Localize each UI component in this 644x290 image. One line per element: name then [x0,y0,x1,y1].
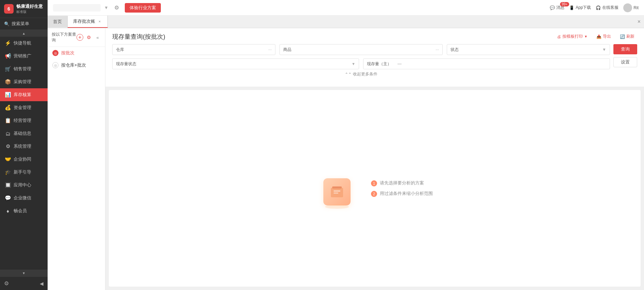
left-panel-items: ◎按批次◎按仓库+批次 [48,47,105,71]
sidebar-item-basic[interactable]: 🗂基础信息 [0,127,48,140]
warehouse-filter[interactable]: 仓库 ··· [112,44,275,55]
scheme-settings-icon[interactable]: ⚙ [85,34,92,41]
status-arrow[interactable]: ▼ [602,47,606,52]
tabs-close-all-icon[interactable]: × [638,19,641,25]
add-scheme-btn[interactable]: + [77,34,83,41]
warehouse-dots[interactable]: ··· [268,47,272,52]
sidebar-scroll-up[interactable]: ▲ [0,30,48,37]
product-dots[interactable]: ··· [436,47,439,52]
sidebar-footer: ⚙ ◀ [0,276,48,290]
left-panel-title: 按以下方案查询 [52,32,77,43]
user-avatar-btn[interactable]: Rit [623,3,639,12]
filter-settings-btn[interactable]: 设置 [613,57,637,67]
sidebar-toggle-icon[interactable]: ◀ [40,281,44,286]
topbar-gear-icon[interactable]: ⚙ [112,3,121,13]
right-content: 现存量查询(按批次) 🖨 按模板打印 ▼ 📤 导出 🔄 [105,28,644,290]
query-btn[interactable]: 查询 [613,44,637,54]
sidebar-item-guide[interactable]: 🎓新手引导 [0,166,48,179]
sidebar-item-finance[interactable]: 💰资金管理 [0,101,48,114]
sidebar: 6 畅康通好生意 标准版 🔍 搜索菜单 ▲ ⚡快捷导航📢营销推广🛒销售管理📦采购… [0,0,48,290]
sidebar-scroll-down[interactable]: ▼ [0,270,48,276]
svg-rect-3 [334,193,338,194]
trial-btn[interactable]: 体验行业方案 [125,3,161,13]
sidebar-item-collab[interactable]: 🤝企业协同 [0,153,48,166]
sidebar-title-block: 畅康通好生意 标准版 [16,3,43,14]
nav-label-inventory: 库存核算 [14,92,31,98]
online-service-btn[interactable]: 🎧 在线客服 [596,5,618,11]
sidebar-nav: ⚡快捷导航📢营销推广🛒销售管理📦采购管理📊库存核算💰资金管理📋经营管理🗂基础信息… [0,37,48,270]
nav-label-collab: 企业协同 [14,156,31,162]
panel-collapse-icon[interactable]: « [94,34,101,41]
nav-label-quick-nav: 快捷导航 [14,40,31,46]
nav-label-purchase: 采购管理 [14,79,31,85]
export-btn[interactable]: 📤 导出 [594,32,614,41]
tip2-num: 2 [371,191,377,197]
export-icon: 📤 [596,34,601,39]
nav-icon-wechat: 💬 [5,195,11,201]
stock-qty-dash: — [397,61,402,66]
sidebar-item-marketing[interactable]: 📢营销推广 [0,50,48,62]
messages-btn[interactable]: 💬 消息 99+ [550,5,564,11]
nav-label-wechat: 企业微信 [14,195,31,201]
stock-qty-filter[interactable]: 现存量（主） — [363,58,610,69]
scheme-icon-by-batch: ◎ [52,50,58,56]
sidebar-logo: 6 [4,4,14,14]
scheme-icon-by-warehouse-batch: ◎ [52,62,58,68]
scheme-label-by-batch: 按批次 [61,50,74,56]
sidebar-item-system[interactable]: ⚙系统管理 [0,140,48,153]
empty-icon-wrap [317,168,357,209]
chevron-up-icon: ⌃⌃ [345,72,352,77]
settings-icon[interactable]: ⚙ [4,280,9,287]
svg-rect-2 [334,191,340,192]
nav-label-sales: 销售管理 [14,66,31,72]
print-btn[interactable]: 🖨 按模板打印 ▼ [554,32,590,41]
nav-icon-operations: 📋 [5,117,11,124]
sidebar-search[interactable]: 🔍 搜索菜单 [0,18,48,30]
sidebar-item-operations[interactable]: 📋经营管理 [0,114,48,127]
print-label: 按模板打印 [562,34,583,39]
tab-home-label: 首页 [53,19,62,25]
sidebar-item-apps[interactable]: 🔲应用中心 [0,179,48,192]
status-filter[interactable]: 状态 ▼ [447,44,610,55]
print-dropdown-arrow[interactable]: ▼ [584,35,588,38]
left-panel-item-by-warehouse-batch[interactable]: ◎按仓库+批次 [48,59,105,71]
nav-icon-inventory: 📊 [5,92,11,98]
topbar-search-input[interactable] [53,4,101,12]
sidebar-item-vip[interactable]: ♦畅会员 [0,204,48,217]
tab-home[interactable]: 首页 [48,16,68,28]
stock-status-filter[interactable]: 现存量状态 ▼ [112,58,359,69]
messages-badge: 99+ [560,2,569,6]
sidebar-item-purchase[interactable]: 📦采购管理 [0,75,48,88]
nav-icon-finance: 💰 [5,105,11,111]
app-download-btn[interactable]: 📱 App下载 [569,5,591,11]
sidebar-item-inventory[interactable]: 📊库存核算 [0,88,48,101]
nav-label-apps: 应用中心 [14,182,31,188]
user-name: Rit [633,5,639,10]
tab-close-icon[interactable]: × [97,19,102,24]
collapse-more-btn[interactable]: ⌃⌃ 收起更多条件 [112,69,610,79]
warehouse-label: 仓库 [116,47,124,53]
stock-status-arrow[interactable]: ▼ [352,62,355,66]
sidebar-item-quick-nav[interactable]: ⚡快捷导航 [0,37,48,50]
empty-icon-box [323,178,351,205]
filter-row-2: 现存量状态 ▼ 现存量（主） — [112,58,610,69]
nav-icon-apps: 🔲 [5,182,11,188]
print-icon: 🖨 [557,34,561,39]
refresh-btn[interactable]: 🔄 刷新 [617,32,637,41]
phone-icon: 📱 [569,5,574,10]
left-panel: 按以下方案查询 + ⚙ « ◎按批次◎按仓库+批次 [48,28,105,290]
empty-tip-2: 2 用过滤条件来缩小分析范围 [371,191,433,197]
tab-inventory-batch-label: 库存批次账 [73,18,95,24]
empty-state: 1 请先选择要分析的方案 2 用过滤条件来缩小分析范围 [109,90,641,287]
tab-inventory-batch[interactable]: 库存批次账 × [68,16,108,28]
nav-label-guide: 新手引导 [14,169,31,175]
nav-icon-guide: 🎓 [5,169,11,175]
product-filter[interactable]: 商品 ··· [279,44,443,55]
nav-icon-basic: 🗂 [5,131,11,137]
collapse-label: 收起更多条件 [353,71,377,77]
topbar-dropdown-arrow[interactable]: ▼ [104,5,108,10]
left-panel-item-by-batch[interactable]: ◎按批次 [48,47,105,59]
sidebar-item-sales[interactable]: 🛒销售管理 [0,62,48,75]
sidebar-item-wechat[interactable]: 💬企业微信 [0,192,48,204]
empty-content: 1 请先选择要分析的方案 2 用过滤条件来缩小分析范围 [317,168,433,209]
